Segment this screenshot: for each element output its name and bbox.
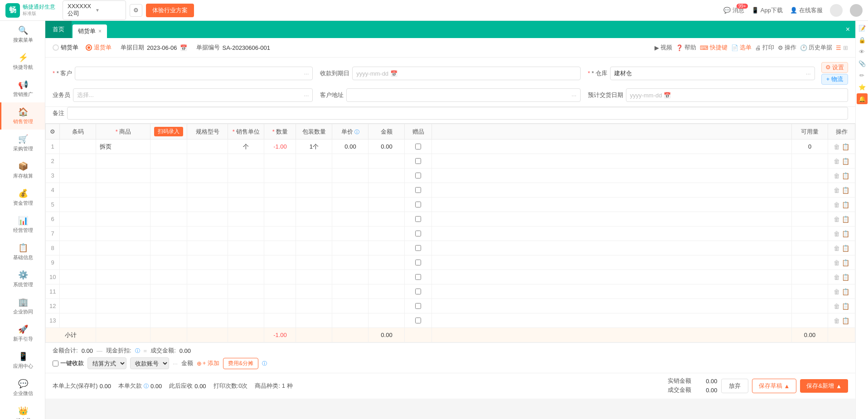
help-btn[interactable]: ❓ 帮助	[676, 43, 696, 52]
copy-row-icon[interactable]: 📋	[842, 288, 849, 295]
delete-row-icon[interactable]: 🗑	[834, 245, 840, 252]
copy-row-icon[interactable]: 📋	[842, 216, 849, 223]
delete-row-icon[interactable]: 🗑	[834, 230, 840, 237]
copy-row-icon[interactable]: 📋	[842, 230, 849, 237]
sidebar-item-system[interactable]: ⚙️ 系统管理	[0, 265, 45, 293]
col-settings[interactable]: ⚙	[46, 124, 60, 140]
sidebar-item-member[interactable]: 👑 畅会员	[0, 401, 45, 419]
sidebar-item-operations[interactable]: 📊 经营管理	[0, 211, 45, 238]
settlement-method-select[interactable]: 结算方式	[87, 357, 126, 369]
copy-row-icon[interactable]: 📋	[842, 187, 849, 194]
avatar-extra[interactable]	[850, 4, 863, 17]
col-scan[interactable]: 扫码录入	[150, 124, 187, 140]
right-panel-btn-6[interactable]: ⭐	[857, 82, 868, 92]
return-order-radio[interactable]: 退货单	[86, 43, 112, 52]
fee-btn[interactable]: 费用&分摊	[223, 358, 258, 369]
copy-row-icon[interactable]: 📋	[842, 274, 849, 281]
abandon-btn[interactable]: 放弃	[721, 379, 748, 393]
sidebar-item-search[interactable]: 🔍 搜索菜单	[0, 21, 45, 48]
logistics-btn[interactable]: + 物流	[821, 74, 848, 85]
copy-row-icon[interactable]: 📋	[842, 201, 849, 208]
right-panel-btn-3[interactable]: 👁	[857, 46, 868, 57]
copy-row-icon[interactable]: 📋	[842, 158, 849, 165]
sidebar-item-capital[interactable]: 💰 资金管理	[0, 184, 45, 211]
sidebar-item-quick-nav[interactable]: ⚡ 快捷导航	[0, 48, 45, 75]
sales-order-radio[interactable]: 销货单	[53, 43, 78, 52]
tab-home[interactable]: 首页	[45, 21, 72, 38]
app-download-btn[interactable]: 📱 App下载	[752, 6, 783, 14]
sidebar-item-app-center[interactable]: 📱 应用中心	[0, 347, 45, 374]
delete-row-icon[interactable]: 🗑	[834, 259, 840, 266]
online-service-btn[interactable]: 👤 在线客服	[790, 6, 823, 14]
settings-icon[interactable]: ⚙	[130, 4, 142, 17]
delete-row-icon[interactable]: 🗑	[834, 143, 840, 150]
delete-row-icon[interactable]: 🗑	[834, 201, 840, 208]
trial-btn[interactable]: 体验行业方案	[146, 4, 194, 17]
delivery-date-input[interactable]: yyyy-mm-dd 📅	[626, 88, 848, 102]
customer-dots[interactable]: ···	[304, 70, 309, 77]
payment-due-input[interactable]: yyyy-mm-dd 📅	[352, 67, 580, 80]
sidebar-item-basic[interactable]: 📋 基础信息	[0, 238, 45, 265]
delete-row-icon[interactable]: 🗑	[834, 216, 840, 223]
copy-row-icon[interactable]: 📋	[842, 303, 849, 310]
sidebar-item-purchase[interactable]: 🛒 采购管理	[0, 130, 45, 157]
address-dots[interactable]: ···	[572, 92, 577, 99]
save-new-btn[interactable]: 保存&新增 ▲	[800, 379, 848, 393]
select-order-btn[interactable]: 📄 选单	[731, 43, 752, 52]
delete-row-icon[interactable]: 🗑	[834, 303, 840, 310]
delete-row-icon[interactable]: 🗑	[834, 288, 840, 295]
shortcut-btn[interactable]: ⌨ 快捷键	[700, 43, 727, 52]
delete-row-icon[interactable]: 🗑	[834, 172, 840, 179]
sidebar-item-enterprise[interactable]: 🏢 企业协同	[0, 293, 45, 320]
tab-close-icon[interactable]: ×	[98, 28, 102, 34]
one-click-checkbox[interactable]: 一键收款	[53, 359, 84, 367]
customer-address-input[interactable]: ···	[346, 88, 580, 102]
setup-btn[interactable]: ⚙ 设置	[821, 62, 848, 73]
save-draft-btn[interactable]: 保存草稿 ▲	[752, 379, 797, 393]
right-panel-btn-5[interactable]: ✏	[857, 70, 868, 81]
right-panel-btn-2[interactable]: 🔒	[857, 34, 868, 45]
copy-row-icon[interactable]: 📋	[842, 259, 849, 266]
delete-row-icon[interactable]: 🗑	[834, 274, 840, 281]
operations-btn[interactable]: ⚙ 操作	[778, 43, 796, 52]
warehouse-input[interactable]: 建材仓 ···	[610, 67, 815, 80]
sidebar-item-sales[interactable]: 🏠 销售管理	[0, 102, 45, 130]
print-btn[interactable]: 🖨 打印	[755, 43, 774, 52]
right-panel-btn-7[interactable]: 🔔	[857, 93, 868, 104]
salesperson-dots[interactable]: ···	[304, 92, 309, 99]
warehouse-dots[interactable]: ···	[806, 70, 811, 77]
avatar[interactable]	[830, 4, 843, 17]
sidebar-item-guide[interactable]: 🚀 新手引导	[0, 320, 45, 347]
right-panel-btn-4[interactable]: 📎	[857, 58, 868, 69]
sidebar-item-inventory[interactable]: 📦 库存核算	[0, 157, 45, 184]
delivery-calendar-icon[interactable]: 📅	[664, 92, 671, 99]
payment-calendar-icon[interactable]: 📅	[390, 70, 398, 77]
customer-input[interactable]: ···	[75, 67, 313, 80]
tab-sales-order[interactable]: 销货单 ×	[73, 24, 107, 38]
sidebar-item-marketing[interactable]: 📢 营销推广	[0, 75, 45, 102]
copy-row-icon[interactable]: 📋	[842, 143, 849, 150]
account-dots[interactable]: ···	[173, 360, 178, 367]
notes-input[interactable]	[67, 107, 848, 120]
sidebar-item-wechat[interactable]: 💬 企业微信	[0, 374, 45, 401]
delete-row-icon[interactable]: 🗑	[834, 187, 840, 194]
copy-row-icon[interactable]: 📋	[842, 245, 849, 252]
right-panel-btn-1[interactable]: 📝	[857, 23, 868, 34]
company-selector[interactable]: XXXXXX公司 ▼	[63, 0, 126, 20]
list-view-btn[interactable]: ☰	[836, 44, 841, 51]
history-btn[interactable]: 🕐 历史单据	[800, 43, 832, 52]
one-click-checkbox-input[interactable]	[53, 361, 58, 366]
grid-view-btn[interactable]: ⊞	[843, 44, 848, 51]
calendar-icon[interactable]: 📅	[180, 44, 187, 51]
account-number-select[interactable]: 收款账号	[130, 357, 169, 369]
salesperson-input[interactable]: 选择... ···	[73, 88, 313, 102]
copy-row-icon[interactable]: 📋	[842, 172, 849, 179]
add-btn[interactable]: ⊕ + 添加	[197, 359, 219, 367]
scan-btn[interactable]: 扫码录入	[154, 127, 183, 136]
video-btn[interactable]: ▶ 视频	[655, 43, 672, 52]
close-all-tabs-btn[interactable]: ×	[840, 25, 855, 34]
delete-row-icon[interactable]: 🗑	[834, 317, 840, 324]
copy-row-icon[interactable]: 📋	[842, 317, 849, 324]
message-btn[interactable]: 💬 消息 99+	[723, 6, 744, 14]
delete-row-icon[interactable]: 🗑	[834, 158, 840, 165]
